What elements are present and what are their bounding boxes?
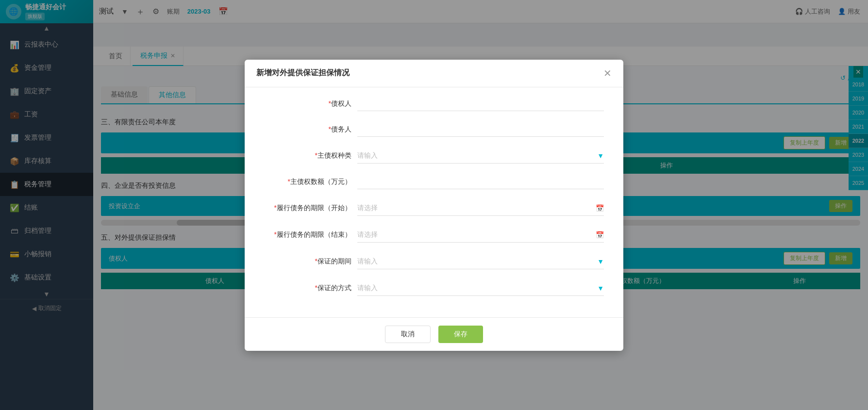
creditor-input[interactable] bbox=[357, 97, 604, 111]
form-row-guarantee-period: *保证的期间 请输入 ▼ bbox=[264, 254, 604, 269]
cancel-button[interactable]: 取消 bbox=[385, 326, 431, 343]
period-end-placeholder: 请选择 bbox=[357, 230, 596, 239]
calendar-start-icon: 📅 bbox=[596, 204, 604, 212]
debtor-label: *债务人 bbox=[264, 125, 351, 134]
guarantee-method-label: *保证的方式 bbox=[264, 284, 351, 293]
debt-amount-input[interactable] bbox=[357, 175, 604, 189]
guarantee-method-placeholder: 请输入 bbox=[357, 284, 597, 293]
form-row-debt-type: *主债权种类 请输入 ▼ bbox=[264, 148, 604, 164]
debt-amount-label: *主债权数额（万元） bbox=[264, 178, 351, 186]
form-row-creditor: *债权人 bbox=[264, 97, 604, 111]
guarantee-period-placeholder: 请输入 bbox=[357, 257, 597, 266]
modal-close-btn[interactable]: ✕ bbox=[603, 67, 612, 79]
modal-title: 新增对外提供保证担保情况 bbox=[256, 68, 350, 78]
guarantee-method-select[interactable]: 请输入 ▼ bbox=[357, 281, 604, 296]
debt-type-select[interactable]: 请输入 ▼ bbox=[357, 148, 604, 164]
period-start-placeholder: 请选择 bbox=[357, 204, 596, 213]
calendar-end-icon: 📅 bbox=[596, 231, 604, 239]
required-mark: * bbox=[329, 125, 331, 133]
modal-body: *债权人 *债务人 *主债权种类 请输入 ▼ bbox=[245, 87, 623, 317]
guarantee-period-label: *保证的期间 bbox=[264, 257, 351, 266]
period-end-datepicker[interactable]: 请选择 📅 bbox=[357, 228, 604, 243]
form-row-debtor: *债务人 bbox=[264, 123, 604, 137]
required-mark: * bbox=[288, 178, 290, 185]
creditor-label: *债权人 bbox=[264, 99, 351, 108]
save-button[interactable]: 保存 bbox=[438, 326, 483, 343]
form-row-period-end: *履行债务的期限（结束） 请选择 📅 bbox=[264, 228, 604, 243]
period-start-datepicker[interactable]: 请选择 📅 bbox=[357, 201, 604, 216]
modal-header: 新增对外提供保证担保情况 ✕ bbox=[245, 60, 623, 87]
required-mark: * bbox=[315, 284, 317, 292]
debtor-input[interactable] bbox=[357, 123, 604, 137]
modal-footer: 取消 保存 bbox=[245, 317, 623, 351]
chevron-down-icon3: ▼ bbox=[597, 284, 604, 292]
debt-type-label: *主债权种类 bbox=[264, 151, 351, 160]
chevron-down-icon2: ▼ bbox=[597, 258, 604, 265]
modal-overlay[interactable]: 新增对外提供保证担保情况 ✕ *债权人 *债务人 * bbox=[0, 0, 868, 410]
form-row-period-start: *履行债务的期限（开始） 请选择 📅 bbox=[264, 201, 604, 216]
guarantee-period-select[interactable]: 请输入 ▼ bbox=[357, 254, 604, 269]
required-mark: * bbox=[315, 257, 317, 265]
modal-dialog: 新增对外提供保证担保情况 ✕ *债权人 *债务人 * bbox=[245, 60, 623, 351]
debt-type-placeholder: 请输入 bbox=[357, 151, 597, 160]
required-mark: * bbox=[274, 230, 277, 238]
period-start-label: *履行债务的期限（开始） bbox=[264, 204, 351, 213]
required-mark: * bbox=[274, 204, 277, 212]
required-mark: * bbox=[315, 151, 317, 159]
required-mark: * bbox=[329, 99, 331, 107]
form-row-debt-amount: *主债权数额（万元） bbox=[264, 175, 604, 189]
chevron-down-icon: ▼ bbox=[597, 152, 604, 160]
form-row-guarantee-method: *保证的方式 请输入 ▼ bbox=[264, 281, 604, 296]
period-end-label: *履行债务的期限（结束） bbox=[264, 230, 351, 239]
